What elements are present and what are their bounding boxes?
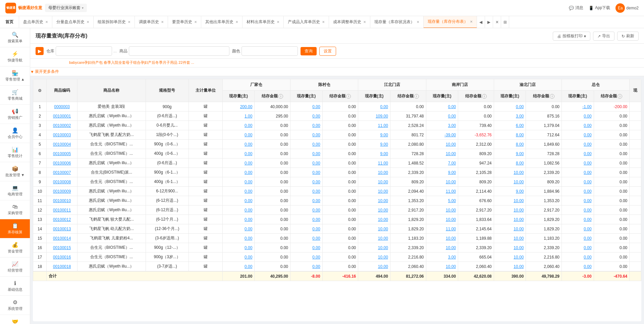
cell-yb-qty[interactable]: 8.00 bbox=[494, 130, 526, 140]
tab-stock-status[interactable]: 现存量（库存状况表） ✕ bbox=[370, 16, 424, 28]
cell-total-qty[interactable]: 0.00 bbox=[562, 224, 594, 234]
cell-yb-qty[interactable]: 10.00 bbox=[494, 168, 526, 177]
cell-cv-qty[interactable]: 0.00 bbox=[290, 121, 323, 130]
cell-jb-qty[interactable]: 10.00 bbox=[358, 205, 390, 215]
cell-jb-qty[interactable]: 0.00 bbox=[358, 102, 390, 111]
cell-code[interactable]: 00100008 bbox=[47, 177, 77, 187]
tab-inventory-check[interactable]: 盘点单历史 ✕ bbox=[19, 16, 52, 28]
cell-code[interactable]: 00100005 bbox=[47, 149, 77, 158]
cell-yb-qty[interactable]: 10.00 bbox=[494, 215, 526, 224]
cell-code[interactable]: 00100015 bbox=[47, 243, 77, 252]
tab-product-in[interactable]: 产成品入库单历史 ✕ bbox=[284, 16, 329, 28]
cell-code[interactable]: 00100003 bbox=[47, 130, 77, 140]
cell-total-qty[interactable]: -1.00 bbox=[562, 102, 594, 111]
cell-cv-qty[interactable]: 0.00 bbox=[290, 196, 323, 205]
cell-na-qty[interactable]: 10.00 bbox=[426, 243, 458, 252]
cell-fw-qty[interactable]: 0.00 bbox=[222, 158, 255, 168]
sidebar-item-marketing[interactable]: 📢 营销推广 bbox=[0, 105, 30, 124]
cell-yb-qty[interactable]: 10.00 bbox=[494, 234, 526, 243]
cell-fw-qty[interactable]: 0.00 bbox=[222, 224, 255, 234]
cell-total-qty[interactable]: 0.00 bbox=[562, 140, 594, 149]
tab-close-icon[interactable]: ✕ bbox=[161, 20, 164, 24]
sidebar-item-search[interactable]: 🔍 搜索英单 bbox=[0, 28, 30, 47]
cell-code[interactable]: 00100010 bbox=[47, 196, 77, 205]
app-download-btn[interactable]: 📱 App下载 bbox=[589, 5, 610, 11]
cell-jb-qty[interactable]: 10.00 bbox=[358, 243, 390, 252]
jb-amt-info-icon[interactable]: i bbox=[414, 94, 419, 99]
tab-close-all-btn[interactable]: ✕ bbox=[493, 16, 501, 28]
cell-cv-qty[interactable]: 0.00 bbox=[290, 177, 323, 187]
expand-filter-btn[interactable]: ▶ bbox=[36, 47, 44, 55]
cell-total-qty[interactable]: 0.00 bbox=[562, 177, 594, 187]
cell-fw-qty[interactable]: 0.00 bbox=[222, 168, 255, 177]
cell-na-qty[interactable]: 10.00 bbox=[426, 205, 458, 215]
cell-na-qty[interactable]: 0.00 bbox=[426, 111, 458, 121]
cell-na-qty[interactable]: 10.00 bbox=[426, 234, 458, 243]
cell-code[interactable]: 00100018 bbox=[47, 262, 77, 272]
cell-fw-qty[interactable]: 0.00 bbox=[222, 177, 255, 187]
cell-total-qty[interactable]: 0.00 bbox=[562, 149, 594, 158]
org-selector[interactable]: 母婴行业演示账套 ▾ bbox=[45, 4, 87, 12]
settings-icon[interactable]: ⚙ bbox=[37, 88, 43, 93]
cell-yb-qty[interactable]: 8.00 bbox=[494, 158, 526, 168]
cell-na-qty[interactable]: 11.00 bbox=[426, 224, 458, 234]
cell-fw-qty[interactable]: 200.00 bbox=[222, 102, 255, 111]
cell-total-qty[interactable]: 0.00 bbox=[562, 215, 594, 224]
cell-code[interactable]: 00100006 bbox=[47, 158, 77, 168]
cell-fw-qty[interactable]: 0.00 bbox=[222, 234, 255, 243]
cell-cv-qty[interactable]: 0.00 bbox=[290, 158, 323, 168]
goods-input[interactable] bbox=[129, 46, 229, 56]
sidebar-item-retail-stats[interactable]: 📊 零售统计 bbox=[0, 143, 30, 162]
cell-cv-qty[interactable]: 0.00 bbox=[290, 140, 323, 149]
cell-total-qty[interactable]: 0.00 bbox=[562, 205, 594, 215]
sidebar-item-wholesale[interactable]: 📦 批发管理 ▼ bbox=[0, 162, 30, 181]
tab-close-icon[interactable]: ✕ bbox=[470, 20, 473, 24]
cell-jb-qty[interactable]: 10.00 bbox=[358, 234, 390, 243]
sidebar-item-operations[interactable]: 📈 经营管理 bbox=[0, 258, 30, 277]
cell-na-qty[interactable]: 10.00 bbox=[426, 149, 458, 158]
tab-close-icon[interactable]: ✕ bbox=[194, 20, 197, 24]
cell-code[interactable]: 00100001 bbox=[47, 111, 77, 121]
sidebar-item-ecommerce[interactable]: 💻 电商管理 bbox=[0, 181, 30, 200]
tab-purchase-history[interactable]: 要货单历史 ✕ bbox=[168, 16, 201, 28]
cell-yb-qty[interactable]: 10.00 bbox=[494, 205, 526, 215]
tab-expand-btn[interactable]: ⊞ bbox=[501, 16, 509, 28]
cell-total-qty[interactable]: 0.00 bbox=[562, 111, 594, 121]
cell-code[interactable]: 00100007 bbox=[47, 168, 77, 177]
tab-cost-adjust[interactable]: 成本调整单历史 ✕ bbox=[329, 16, 370, 28]
sidebar-item-quick-nav[interactable]: ⚡ 快捷导航 bbox=[0, 47, 30, 66]
tab-close-icon[interactable]: ✕ bbox=[322, 20, 325, 24]
cell-na-qty[interactable]: 11.00 bbox=[426, 187, 458, 196]
export-btn[interactable]: ↗ 导出 bbox=[593, 32, 614, 41]
cell-jb-qty[interactable]: 9.00 bbox=[358, 149, 390, 158]
sidebar-item-retail-mgmt[interactable]: 🏪 零售管理 ▲ bbox=[0, 66, 30, 86]
cell-cv-qty[interactable]: 0.00 bbox=[290, 102, 323, 111]
tab-material-out[interactable]: 材料出库单历史 ✕ bbox=[243, 16, 284, 28]
cell-cv-qty[interactable]: 0.00 bbox=[290, 252, 323, 262]
cell-code[interactable]: 0000003 bbox=[47, 102, 77, 111]
yb-amt-info-icon[interactable]: i bbox=[550, 94, 554, 99]
sidebar-item-enterprise[interactable]: 🤝 企业协同 bbox=[0, 315, 30, 324]
sidebar-item-system[interactable]: ⚙ 系统管理 bbox=[0, 296, 30, 315]
cell-cv-qty[interactable]: 0.00 bbox=[290, 243, 323, 252]
sidebar-item-member[interactable]: 👤 会员中心 bbox=[0, 124, 30, 143]
tab-close-icon[interactable]: ✕ bbox=[128, 20, 130, 24]
warehouse-input[interactable] bbox=[56, 46, 112, 56]
cell-yb-qty[interactable]: 10.00 bbox=[494, 243, 526, 252]
cell-total-qty[interactable]: 0.00 bbox=[562, 187, 594, 196]
cell-fw-qty[interactable]: 0.00 bbox=[222, 149, 255, 158]
cell-fw-qty[interactable]: 0.00 bbox=[222, 243, 255, 252]
cell-fw-qty[interactable]: 0.00 bbox=[222, 121, 255, 130]
cell-yb-qty[interactable]: 9.00 bbox=[494, 187, 526, 196]
tab-stock-dist[interactable]: 现存量（库存分布表） ✕ bbox=[424, 16, 477, 28]
cell-na-qty[interactable]: 10.00 bbox=[426, 215, 458, 224]
tab-close-icon[interactable]: ✕ bbox=[277, 20, 279, 24]
cell-total-qty[interactable]: 0.00 bbox=[562, 121, 594, 130]
tab-batch-inventory[interactable]: 分量盘点单历史 ✕ bbox=[52, 16, 94, 28]
cell-total-qty[interactable]: 0.00 bbox=[562, 196, 594, 205]
cell-cv-qty[interactable]: 0.00 bbox=[290, 187, 323, 196]
cell-code[interactable]: 00100002 bbox=[47, 121, 77, 130]
cell-cv-qty[interactable]: 0.00 bbox=[290, 168, 323, 177]
user-area[interactable]: Ea demo2 bbox=[615, 3, 639, 13]
cell-code[interactable]: 00100004 bbox=[47, 140, 77, 149]
